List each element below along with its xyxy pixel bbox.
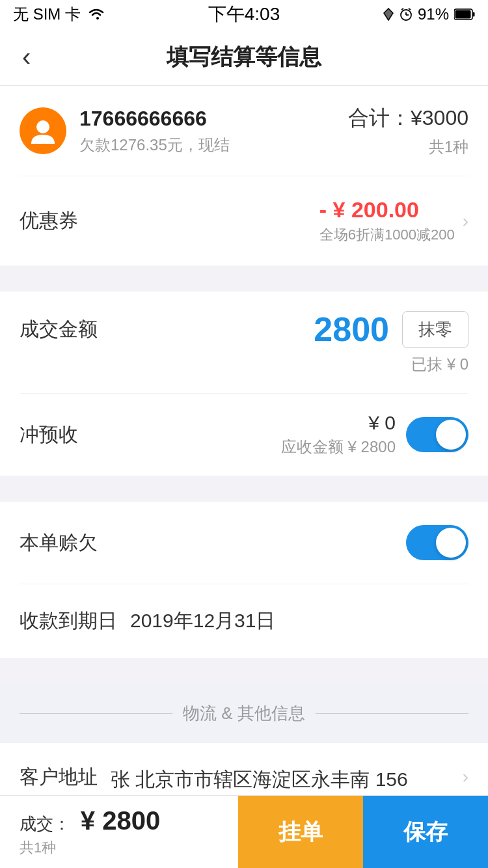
bendan-card: 本单赊欠 收款到期日 2019年12月31日 — [0, 502, 488, 658]
deal-label: 成交金额 — [20, 316, 98, 343]
gray-sep-2 — [0, 489, 488, 502]
svg-rect-7 — [473, 12, 475, 17]
location-icon — [383, 7, 394, 21]
status-left: 无 SIM 卡 — [13, 4, 105, 25]
user-icon — [29, 116, 57, 145]
svg-point-8 — [36, 120, 49, 133]
user-info-card: 17666666666 欠款1276.35元，现结 合计：¥3000 共1种 优… — [0, 86, 488, 265]
bottom-total: 成交： ¥ 2800 共1种 — [0, 806, 238, 858]
svg-line-3 — [401, 8, 403, 10]
total-amount: 合计：¥3000 — [348, 104, 468, 133]
deal-section: 成交金额 2800 抹零 已抹 ¥ 0 — [0, 292, 488, 393]
date-row: 收款到期日 2019年12月31日 — [0, 584, 488, 658]
wifi-icon — [87, 8, 105, 21]
coupon-label: 优惠券 — [20, 208, 78, 234]
deal-number: 2800 — [314, 310, 389, 349]
coupon-right: - ¥ 200.00 全场6折满1000减200 › — [319, 197, 468, 245]
address-label: 客户地址 — [20, 764, 98, 791]
gray-sep-1 — [0, 278, 488, 292]
logistics-title: 物流 & 其他信息 — [183, 702, 305, 725]
alarm-icon — [400, 7, 413, 21]
gray-sep-3 — [0, 671, 488, 684]
chong-row: 冲预收 ¥ 0 应收金额 ¥ 2800 — [0, 394, 488, 476]
deal-card: 成交金额 2800 抹零 已抹 ¥ 0 冲预收 ¥ 0 应收金额 ¥ 2800 — [0, 292, 488, 476]
chong-right: ¥ 0 应收金额 ¥ 2800 — [281, 412, 468, 457]
logistics-line-left — [20, 713, 172, 714]
deal-right: 2800 抹零 — [314, 310, 468, 349]
chong-sub: 应收金额 ¥ 2800 — [281, 437, 396, 457]
hang-button[interactable]: 挂单 — [238, 796, 363, 869]
bottom-total-line1: 成交： ¥ 2800 — [20, 806, 219, 835]
status-right: 91% — [383, 5, 475, 23]
sim-label: 无 SIM 卡 — [13, 4, 81, 25]
back-button[interactable]: ‹ — [16, 36, 37, 78]
bottom-count: 共1种 — [20, 838, 219, 858]
deal-row: 成交金额 2800 抹零 — [20, 310, 468, 349]
date-value: 2019年12月31日 — [130, 608, 275, 634]
chong-amount-group: ¥ 0 应收金额 ¥ 2800 — [281, 412, 396, 457]
battery-percent: 91% — [418, 5, 449, 23]
user-info-row: 17666666666 欠款1276.35元，现结 合计：¥3000 共1种 — [0, 86, 488, 176]
bottom-deal-amount: ¥ 2800 — [81, 806, 160, 835]
battery-icon — [454, 8, 475, 20]
user-total: 合计：¥3000 共1种 — [348, 104, 468, 157]
user-detail: 17666666666 欠款1276.35元，现结 — [79, 107, 348, 156]
user-debt: 欠款1276.35元，现结 — [79, 135, 348, 156]
bottom-deal-label: 成交： — [20, 814, 70, 834]
coupon-chevron-icon: › — [463, 211, 468, 232]
nav-bar: ‹ 填写结算等信息 — [0, 29, 488, 86]
coupon-row[interactable]: 优惠券 - ¥ 200.00 全场6折满1000减200 › — [0, 176, 488, 265]
logistics-line-right — [316, 713, 468, 714]
bendan-row: 本单赊欠 — [0, 502, 488, 584]
chong-amount: ¥ 0 — [281, 412, 396, 434]
coupon-amount-group: - ¥ 200.00 全场6折满1000减200 — [319, 197, 455, 245]
coupon-amount: - ¥ 200.00 — [319, 197, 455, 223]
bendan-toggle[interactable] — [406, 525, 468, 560]
chong-toggle[interactable] — [406, 417, 468, 452]
bendan-label: 本单赊欠 — [20, 530, 98, 556]
status-bar: 无 SIM 卡 下午4:03 91% — [0, 0, 488, 29]
nav-title: 填写结算等信息 — [167, 42, 321, 72]
svg-line-4 — [409, 8, 411, 10]
avatar — [20, 107, 66, 154]
content-area: 17666666666 欠款1276.35元，现结 合计：¥3000 共1种 优… — [0, 86, 488, 868]
chong-label: 冲预收 — [20, 422, 78, 448]
status-time: 下午4:03 — [208, 2, 280, 27]
coupon-desc: 全场6折满1000减200 — [319, 225, 455, 245]
address-chevron-icon: › — [463, 766, 468, 787]
bottom-bar: 成交： ¥ 2800 共1种 挂单 保存 — [0, 795, 488, 868]
user-phone: 17666666666 — [79, 107, 348, 131]
svg-rect-6 — [455, 10, 471, 19]
total-count: 共1种 — [348, 137, 468, 157]
save-button[interactable]: 保存 — [363, 796, 488, 869]
round-zero-button[interactable]: 抹零 — [402, 311, 468, 348]
date-label: 收款到期日 — [20, 608, 117, 634]
deal-sub: 已抹 ¥ 0 — [20, 354, 468, 375]
logistics-header: 物流 & 其他信息 — [0, 684, 488, 743]
